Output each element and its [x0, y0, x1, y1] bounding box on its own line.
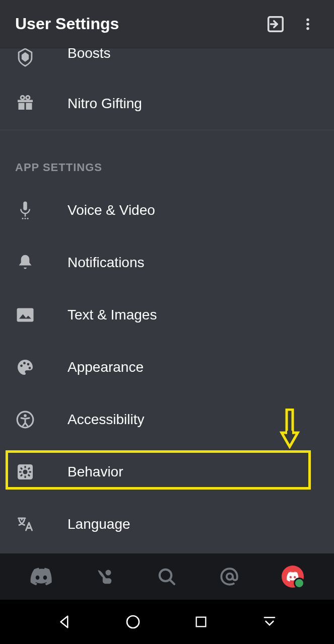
svg-rect-26 [25, 476, 26, 478]
settings-item-language[interactable]: Language [0, 498, 334, 550]
svg-rect-14 [25, 259, 26, 262]
svg-rect-15 [25, 263, 26, 265]
svg-point-7 [21, 96, 24, 99]
svg-rect-5 [26, 103, 32, 110]
svg-rect-16 [17, 308, 34, 322]
svg-rect-25 [25, 466, 26, 468]
svg-point-1 [306, 18, 309, 21]
svg-rect-9 [23, 202, 27, 211]
tab-discord[interactable] [26, 561, 56, 592]
header-bar: User Settings [0, 0, 334, 48]
settings-item-label: Text & Images [68, 307, 157, 323]
avatar [282, 566, 304, 588]
bell-icon [15, 254, 35, 272]
settings-item-text[interactable]: Text & Images [0, 289, 334, 341]
microphone-icon [15, 201, 35, 220]
settings-list[interactable]: Boosts Nitro Gifting APP SETTINGS [0, 48, 334, 553]
settings-item-voice[interactable]: Voice & Video [0, 184, 334, 236]
tab-mentions[interactable] [215, 561, 245, 592]
gear-icon [15, 463, 35, 481]
exit-icon[interactable] [264, 13, 287, 35]
tab-search[interactable] [152, 561, 182, 592]
tab-friends[interactable] [89, 561, 119, 592]
svg-point-3 [306, 27, 309, 30]
translate-icon [15, 515, 35, 533]
palette-icon [15, 358, 35, 376]
settings-item-label: Accessibility [68, 412, 144, 428]
system-nav-bar [0, 600, 334, 644]
svg-point-24 [23, 470, 28, 474]
settings-item-label: Voice & Video [68, 202, 155, 218]
section-header-app: APP SETTINGS [0, 147, 334, 184]
svg-point-19 [27, 363, 30, 366]
svg-point-12 [25, 218, 26, 219]
bottom-tab-bar [0, 553, 334, 600]
svg-line-37 [170, 580, 174, 584]
settings-item-label: Boosts [68, 48, 111, 61]
svg-rect-6 [18, 100, 33, 103]
settings-item-label: Behavior [68, 464, 123, 480]
svg-point-13 [27, 218, 29, 219]
settings-item-gifting[interactable]: Nitro Gifting [0, 77, 334, 130]
settings-item-label: Notifications [68, 255, 145, 271]
svg-point-20 [29, 367, 31, 369]
svg-point-35 [105, 570, 111, 576]
section-divider [0, 130, 334, 147]
nav-down[interactable] [257, 609, 282, 634]
nav-back[interactable] [52, 609, 77, 634]
tab-profile[interactable] [278, 561, 308, 592]
image-icon [15, 307, 35, 323]
settings-item-notifications[interactable]: Notifications [0, 236, 334, 289]
settings-item-label: Nitro Gifting [68, 96, 142, 112]
settings-item-behavior[interactable]: Behavior [0, 446, 334, 498]
gift-icon [15, 95, 35, 113]
accessibility-icon [15, 410, 35, 429]
svg-point-39 [127, 616, 139, 628]
settings-screen: User Settings Boosts [0, 0, 334, 644]
svg-point-11 [22, 218, 24, 219]
svg-point-18 [23, 362, 26, 364]
page-title: User Settings [15, 15, 254, 33]
nav-home[interactable] [120, 609, 146, 634]
settings-item-label: Appearance [68, 359, 144, 375]
settings-item-label: Language [68, 516, 130, 532]
svg-rect-4 [19, 103, 25, 110]
settings-item-accessibility[interactable]: Accessibility [0, 393, 334, 446]
svg-point-2 [306, 23, 309, 26]
svg-rect-40 [196, 617, 206, 627]
settings-item-appearance[interactable]: Appearance [0, 341, 334, 393]
more-icon[interactable] [297, 13, 319, 35]
boost-icon [15, 48, 35, 67]
svg-point-17 [20, 365, 23, 367]
svg-point-22 [24, 414, 27, 417]
svg-point-8 [26, 96, 30, 99]
settings-item-boosts[interactable]: Boosts [0, 48, 334, 77]
svg-rect-27 [19, 471, 22, 473]
svg-rect-28 [29, 471, 32, 473]
nav-recent[interactable] [188, 609, 214, 634]
